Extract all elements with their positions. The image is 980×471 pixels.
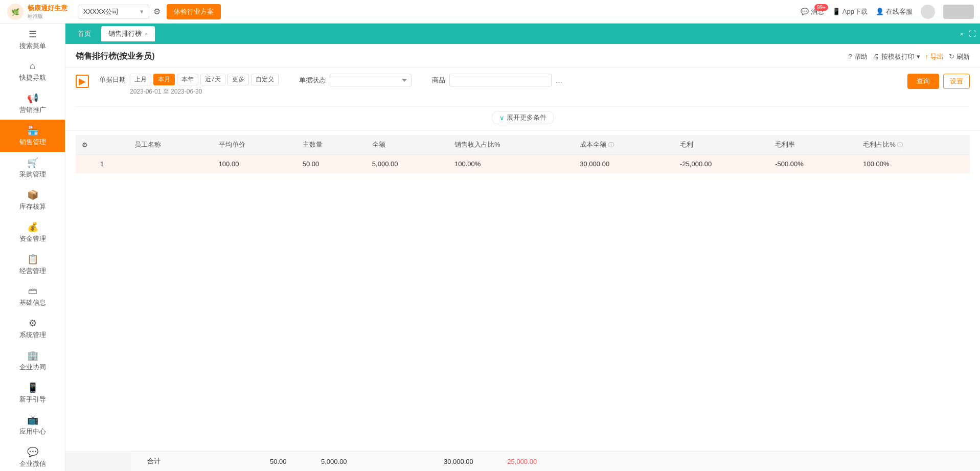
app-container: 🌿 畅康通好生意 标准版 XXXXX公司 ▾ ⚙ 体验行业方案 💬 消息 99+… — [0, 0, 980, 471]
print-dropdown-icon: ▾ — [917, 53, 920, 60]
sidebar-item-guide[interactable]: 📱 新手引导 — [0, 377, 65, 409]
quick-nav-icon: ⌂ — [30, 61, 35, 72]
settings-icon-btn[interactable]: ⚙ — [153, 7, 161, 16]
table-header-row: ⚙ 员工名称 平均单价 主数量 全额 销售收入占比% 成本全额 ⓘ 毛利 毛利率 — [76, 135, 970, 155]
cell-gross: -25,000.00 — [674, 155, 769, 173]
content-header: 销售排行榜(按业务员) ? 帮助 🖨 按模板打印 ▾ ↑ — [65, 44, 980, 68]
table-body: 1 100.00 50.00 5,000.00 100.00% 30,000.0… — [76, 155, 970, 173]
message-icon: 💬 — [801, 8, 809, 15]
gross-ratio-info-icon[interactable]: ⓘ — [897, 142, 903, 148]
inventory-icon: 📦 — [27, 189, 38, 200]
tab-close-icon[interactable]: × — [145, 31, 148, 37]
trial-btn[interactable]: 体验行业方案 — [167, 4, 221, 19]
app-download-btn[interactable]: 📱 App下载 — [832, 7, 868, 16]
dots-btn[interactable]: ... — [556, 76, 562, 85]
filter-row-1: ▶ 单据日期 上月 本月 本年 近7天 更多 — [76, 74, 970, 96]
sidebar-item-wechat[interactable]: 💬 企业微信 — [0, 441, 65, 471]
cell-rank: 1 — [94, 155, 128, 173]
cost-info-icon[interactable]: ⓘ — [608, 142, 614, 148]
content-area: 首页 销售排行榜 × × ⛶ 销售排行榜(按业务员) ? — [65, 24, 980, 471]
col-quantity: 主数量 — [297, 135, 366, 155]
sidebar-item-system[interactable]: ⚙ 系统管理 — [0, 312, 65, 345]
marketing-icon: 📢 — [27, 93, 38, 104]
col-gear[interactable]: ⚙ — [76, 135, 94, 155]
col-rank — [94, 135, 128, 155]
sidebar-item-operations[interactable]: 📋 经营管理 — [0, 249, 65, 281]
cell-gross-rate: -500.00% — [769, 155, 857, 173]
footer-quantity: 50.00 — [264, 458, 315, 465]
expand-label: 展开更多条件 — [507, 113, 546, 122]
purchase-icon: 🛒 — [27, 157, 38, 168]
sidebar-item-purchase[interactable]: 🛒 采购管理 — [0, 152, 65, 184]
avatar2[interactable] — [943, 5, 974, 19]
tab-sales-rank[interactable]: 销售排行榜 × — [101, 26, 155, 41]
cell-sales-ratio: 100.00% — [448, 155, 574, 173]
sidebar-item-finance[interactable]: 💰 资金管理 — [0, 216, 65, 249]
sidebar-item-sales[interactable]: 🏪 销售管理 — [0, 120, 65, 152]
page-title: 销售排行榜(按业务员) — [76, 51, 155, 62]
tab-close-window-icon[interactable]: × — [960, 30, 964, 38]
more-btn[interactable]: 更多 — [227, 74, 249, 85]
sidebar-item-enterprise[interactable]: 🏢 企业协同 — [0, 345, 65, 377]
main-area: ☰ 搜索菜单 ⌂ 快捷导航 📢 营销推广 🏪 销售管理 🛒 采购管理 📦 库 — [0, 24, 980, 471]
this-month-btn[interactable]: 本月 — [153, 74, 175, 85]
enterprise-icon: 🏢 — [27, 350, 38, 361]
status-select[interactable] — [330, 74, 412, 86]
commodity-input[interactable] — [449, 74, 552, 86]
data-table: ⚙ 员工名称 平均单价 主数量 全额 销售收入占比% 成本全额 ⓘ 毛利 毛利率 — [76, 135, 970, 173]
footer-label: 合计 — [141, 457, 264, 466]
service-icon: 👤 — [876, 8, 884, 15]
logo-icon: 🌿 — [6, 3, 25, 21]
sidebar-item-quick-nav[interactable]: ⌂ 快捷导航 — [0, 56, 65, 87]
print-btn[interactable]: 🖨 按模板打印 ▾ — [873, 52, 920, 61]
app-download-label: App下载 — [842, 7, 868, 16]
query-btn[interactable]: 查询 — [907, 74, 939, 89]
operations-icon: 📋 — [27, 254, 38, 265]
guide-icon: 📱 — [27, 382, 38, 393]
top-bar: 🌿 畅康通好生意 标准版 XXXXX公司 ▾ ⚙ 体验行业方案 💬 消息 99+… — [0, 0, 980, 24]
export-btn[interactable]: ↑ 导出 — [925, 52, 944, 61]
footer-cost: 30,000.00 — [438, 458, 499, 465]
sidebar-item-basic-info[interactable]: 🗃 基础信息 — [0, 281, 65, 312]
help-btn[interactable]: ? 帮助 — [848, 52, 867, 61]
col-employee: 员工名称 — [128, 135, 212, 155]
expand-conditions-btn[interactable]: ∨ 展开更多条件 — [492, 111, 554, 124]
sidebar-item-label-operations: 经营管理 — [19, 266, 46, 276]
logo-subtitle: 标准版 — [28, 13, 67, 20]
sidebar-item-marketing[interactable]: 📢 营销推广 — [0, 87, 65, 120]
this-year-btn[interactable]: 本年 — [177, 74, 198, 85]
tab-fullscreen-icon[interactable]: ⛶ — [969, 30, 976, 38]
online-service-label: 在线客服 — [886, 7, 913, 16]
cell-gross-ratio: 100.00% — [857, 155, 970, 173]
col-gross: 毛利 — [674, 135, 769, 155]
sidebar: ☰ 搜索菜单 ⌂ 快捷导航 📢 营销推广 🏪 销售管理 🛒 采购管理 📦 库 — [0, 24, 65, 471]
message-btn[interactable]: 💬 消息 99+ — [801, 7, 824, 16]
settings-small-btn[interactable]: 设置 — [943, 74, 970, 89]
sidebar-item-label-search: 搜索菜单 — [19, 41, 46, 51]
wechat-icon: 💬 — [27, 446, 38, 458]
tab-bar: 首页 销售排行榜 × × ⛶ — [65, 24, 980, 44]
last-month-btn[interactable]: 上月 — [130, 74, 151, 85]
sidebar-item-label-wechat: 企业微信 — [19, 459, 46, 468]
table-footer: 合计 50.00 5,000.00 30,000.00 -25,000.00 — [131, 451, 980, 471]
expand-icon: ∨ — [499, 114, 505, 122]
sidebar-item-search-order[interactable]: ☰ 搜索菜单 — [0, 24, 65, 56]
col-cost: 成本全额 ⓘ — [574, 135, 674, 155]
main-content: 销售排行榜(按业务员) ? 帮助 🖨 按模板打印 ▾ ↑ — [65, 44, 980, 451]
tab-home[interactable]: 首页 — [70, 24, 99, 44]
filter-expand-arrow[interactable]: ▶ — [76, 75, 89, 88]
status-label: 单据状态 — [299, 76, 326, 85]
table-row: 1 100.00 50.00 5,000.00 100.00% 30,000.0… — [76, 155, 970, 173]
company-name: XXXXX公司 — [83, 7, 137, 16]
system-icon: ⚙ — [29, 318, 37, 329]
cell-avg-price: 100.00 — [213, 155, 297, 173]
recent7-btn[interactable]: 近7天 — [200, 74, 225, 85]
online-service-btn[interactable]: 👤 在线客服 — [876, 7, 913, 16]
company-selector[interactable]: XXXXX公司 ▾ — [78, 5, 149, 19]
sidebar-item-app-center[interactable]: 📺 应用中心 — [0, 409, 65, 441]
refresh-btn[interactable]: ↻ 刷新 — [949, 52, 970, 61]
sidebar-item-label-inventory: 库存核算 — [19, 202, 46, 211]
avatar[interactable] — [921, 5, 935, 19]
custom-btn[interactable]: 自定义 — [251, 74, 279, 85]
sidebar-item-inventory[interactable]: 📦 库存核算 — [0, 184, 65, 216]
